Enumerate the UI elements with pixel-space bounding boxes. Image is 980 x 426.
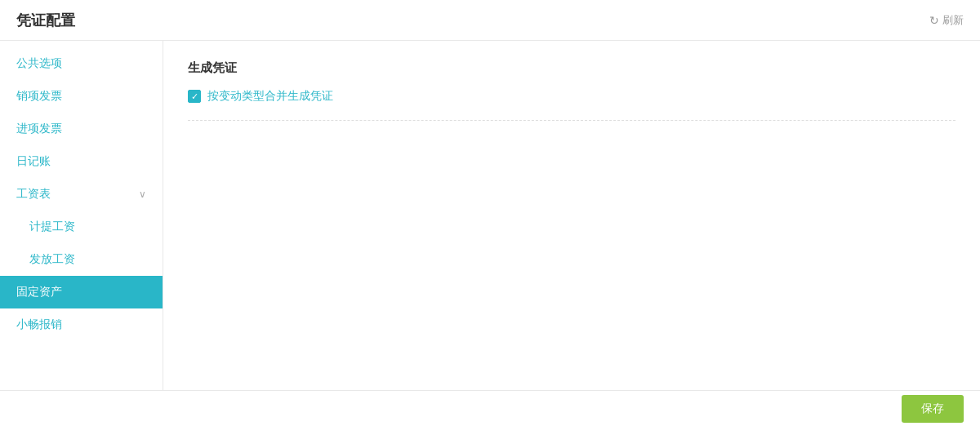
page-title: 凭证配置 — [16, 11, 75, 30]
sidebar-item-label: 公共选项 — [16, 56, 62, 71]
sidebar-item-payroll-table[interactable]: 工资表 ∨ — [0, 178, 163, 211]
sidebar-item-sales-invoice[interactable]: 销项发票 — [0, 80, 163, 113]
main-container: 公共选项 销项发票 进项发票 日记账 工资表 ∨ 计提工资 发放工资 固定资产 … — [0, 41, 980, 390]
merge-checkbox[interactable] — [188, 90, 201, 103]
chevron-down-icon: ∨ — [139, 189, 146, 200]
sidebar: 公共选项 销项发票 进项发票 日记账 工资表 ∨ 计提工资 发放工资 固定资产 … — [0, 41, 163, 390]
section-divider — [188, 120, 956, 121]
sidebar-item-journal[interactable]: 日记账 — [0, 145, 163, 178]
sidebar-item-pay-wages[interactable]: 发放工资 — [0, 243, 163, 276]
sidebar-item-label: 固定资产 — [16, 285, 62, 300]
refresh-label: 刷新 — [942, 13, 964, 28]
sidebar-item-fixed-assets[interactable]: 固定资产 — [0, 276, 163, 308]
content-area: 生成凭证 按变动类型合并生成凭证 — [163, 41, 980, 390]
sidebar-item-label: 小畅报销 — [16, 317, 62, 332]
sidebar-item-label: 发放工资 — [29, 252, 75, 267]
checkbox-row: 按变动类型合并生成凭证 — [188, 89, 956, 104]
sidebar-item-label: 日记账 — [16, 154, 51, 169]
refresh-icon: ↻ — [929, 14, 939, 27]
checkbox-label: 按变动类型合并生成凭证 — [207, 89, 333, 104]
footer-bar: 保存 — [0, 390, 980, 426]
page-header: 凭证配置 ↻ 刷新 — [0, 0, 980, 41]
sidebar-item-expense-claim[interactable]: 小畅报销 — [0, 308, 163, 341]
sidebar-item-label: 工资表 — [16, 187, 51, 202]
sidebar-item-purchase-invoice[interactable]: 进项发票 — [0, 113, 163, 145]
save-button[interactable]: 保存 — [902, 395, 964, 423]
refresh-button[interactable]: ↻ 刷新 — [929, 13, 964, 28]
sidebar-item-label: 进项发票 — [16, 122, 62, 136]
section-title: 生成凭证 — [188, 60, 956, 76]
sidebar-item-label: 销项发票 — [16, 89, 62, 104]
sidebar-item-label: 计提工资 — [29, 220, 75, 234]
sidebar-item-calc-wages[interactable]: 计提工资 — [0, 211, 163, 243]
sidebar-item-public-options[interactable]: 公共选项 — [0, 47, 163, 80]
